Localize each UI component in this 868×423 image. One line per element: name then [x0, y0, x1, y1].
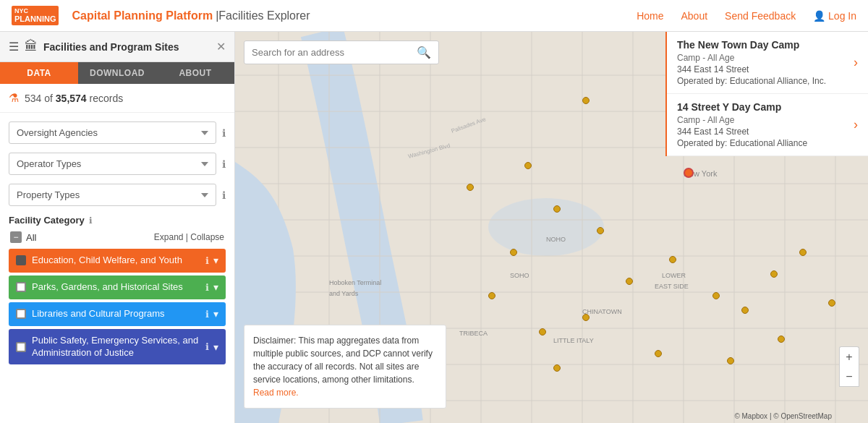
map-marker[interactable]	[553, 364, 561, 372]
category-item-public-safety[interactable]: Public Safety, Emergency Services, and A…	[9, 329, 226, 365]
info-card-1[interactable]: The New Town Day Camp Camp - All Age 344…	[667, 32, 868, 94]
nav-about[interactable]: About	[681, 10, 708, 22]
public-safety-chevron-icon[interactable]: ▾	[213, 341, 218, 353]
property-info-icon[interactable]: ℹ	[222, 189, 226, 201]
category-item-right: ℹ ▾	[205, 281, 218, 293]
info-card-content-1: The New Town Day Camp Camp - All Age 344…	[677, 39, 848, 86]
svg-text:LOWER: LOWER	[662, 272, 686, 279]
main-nav: Home About Send Feedback 👤 Log In	[637, 10, 856, 22]
operator-filter-row: Operator Types ℹ	[9, 153, 226, 175]
sidebar-tabs: DATA DOWNLOAD ABOUT	[0, 62, 234, 84]
nav-home[interactable]: Home	[637, 10, 663, 22]
filtered-count: 534	[25, 93, 41, 104]
svg-text:LITTLE ITALY: LITTLE ITALY	[553, 337, 594, 344]
parks-checkbox[interactable]	[16, 282, 26, 292]
education-chevron-icon[interactable]: ▾	[213, 255, 218, 266]
public-safety-checkbox[interactable]	[16, 342, 26, 352]
map-marker[interactable]	[553, 205, 561, 213]
category-item-left: Education, Child Welfare, and Youth	[16, 255, 182, 267]
map-marker[interactable]	[727, 357, 734, 364]
svg-text:EAST SIDE: EAST SIDE	[655, 283, 689, 290]
map-area[interactable]: New York NOHO SOHO TRIBECA LITTLE ITALY …	[235, 32, 868, 423]
map-marker[interactable]	[467, 184, 474, 191]
all-label: All	[26, 232, 36, 243]
zoom-out-button[interactable]: −	[839, 367, 859, 387]
oversight-agencies-select[interactable]: Oversight Agencies	[9, 121, 216, 144]
map-marker[interactable]	[582, 314, 590, 321]
main-layout: ☰ 🏛 Facilities and Program Sites ✕ DATA …	[0, 32, 868, 423]
nav-login[interactable]: 👤 Log In	[813, 10, 856, 22]
category-item-parks[interactable]: Parks, Gardens, and Historical Sites ℹ ▾	[9, 275, 226, 299]
public-safety-info-icon[interactable]: ℹ	[205, 341, 209, 352]
search-input[interactable]	[252, 47, 417, 58]
logo-planning: PLANNING	[14, 14, 56, 24]
sidebar-header-left: ☰ 🏛 Facilities and Program Sites	[9, 39, 179, 54]
map-marker[interactable]	[626, 278, 633, 285]
facility-category-info-icon[interactable]: ℹ	[89, 215, 93, 226]
map-marker[interactable]	[488, 292, 495, 299]
libraries-checkbox[interactable]	[16, 309, 26, 319]
map-marker[interactable]	[655, 350, 662, 357]
oversight-info-icon[interactable]: ℹ	[222, 127, 226, 139]
parks-chevron-icon[interactable]: ▾	[213, 281, 218, 293]
tab-about[interactable]: ABOUT	[156, 62, 234, 84]
sidebar-header: ☰ 🏛 Facilities and Program Sites ✕	[0, 32, 234, 62]
libraries-chevron-icon[interactable]: ▾	[213, 308, 218, 320]
logo-box: NYC PLANNING	[12, 6, 59, 26]
education-checkbox[interactable]	[16, 255, 26, 265]
map-marker[interactable]	[741, 307, 749, 314]
of-label: of	[44, 93, 56, 104]
nav-feedback[interactable]: Send Feedback	[725, 10, 796, 22]
libraries-info-icon[interactable]: ℹ	[205, 309, 209, 320]
address-search[interactable]: 🔍	[244, 40, 439, 64]
tab-download[interactable]: DOWNLOAD	[78, 62, 156, 84]
map-marker[interactable]	[582, 97, 590, 104]
expand-collapse-link[interactable]: Expand | Collapse	[154, 232, 224, 242]
parks-info-icon[interactable]: ℹ	[205, 282, 209, 293]
info-card-2[interactable]: 14 Street Y Day Camp Camp - All Age 344 …	[667, 94, 868, 156]
map-marker[interactable]	[597, 227, 604, 234]
map-marker[interactable]	[539, 328, 546, 336]
active-map-marker[interactable]	[684, 168, 694, 178]
map-marker[interactable]	[778, 336, 785, 343]
info-card-2-operated: Operated by: Educational Alliance	[677, 138, 848, 148]
zoom-in-button[interactable]: +	[839, 346, 859, 367]
app-subtitle: Facilities Explorer	[218, 9, 310, 22]
category-item-education[interactable]: Education, Child Welfare, and Youth ℹ ▾	[9, 249, 226, 273]
expand-label: Expand	[154, 232, 184, 242]
map-marker[interactable]	[770, 270, 778, 278]
menu-icon[interactable]: ☰	[9, 40, 19, 54]
info-panel: The New Town Day Camp Camp - All Age 344…	[665, 32, 868, 156]
search-icon[interactable]: 🔍	[417, 46, 431, 59]
disclaimer-read-more-link[interactable]: Read more.	[253, 388, 299, 398]
map-marker[interactable]	[828, 299, 835, 307]
info-card-2-chevron-icon[interactable]: ›	[854, 117, 858, 132]
tab-data[interactable]: DATA	[0, 62, 78, 84]
operator-info-icon[interactable]: ℹ	[222, 158, 226, 170]
property-types-select[interactable]: Property Types	[9, 184, 216, 206]
education-info-icon[interactable]: ℹ	[205, 255, 209, 266]
map-attribution: © Mapbox | © OpenStreetMap	[734, 412, 832, 420]
info-card-2-title: 14 Street Y Day Camp	[677, 101, 848, 113]
records-text: 534 of 35,574 records	[25, 93, 123, 104]
app-header: NYC PLANNING Capital Planning Platform |…	[0, 0, 868, 32]
disclaimer-text: Disclaimer: This map aggregates data fro…	[253, 336, 433, 385]
map-marker[interactable]	[510, 249, 517, 256]
building-icon: 🏛	[25, 39, 38, 54]
sidebar: ☰ 🏛 Facilities and Program Sites ✕ DATA …	[0, 32, 235, 423]
category-item-libraries[interactable]: Libraries and Cultural Programs ℹ ▾	[9, 302, 226, 326]
map-marker[interactable]	[799, 249, 807, 256]
info-card-1-chevron-icon[interactable]: ›	[854, 55, 858, 70]
map-marker[interactable]	[669, 256, 676, 263]
property-filter-row: Property Types ℹ	[9, 184, 226, 206]
sidebar-title: Facilities and Program Sites	[43, 41, 179, 53]
all-minus-button[interactable]: −	[10, 231, 22, 243]
sidebar-close-button[interactable]: ✕	[216, 40, 226, 54]
map-marker[interactable]	[712, 292, 720, 299]
operator-types-select[interactable]: Operator Types	[9, 153, 216, 175]
facility-all-row: − All Expand | Collapse	[9, 231, 226, 243]
facility-category-section: Facility Category ℹ − All Expand | Colla…	[0, 215, 234, 370]
libraries-label: Libraries and Cultural Programs	[32, 308, 165, 320]
map-marker[interactable]	[524, 162, 532, 169]
filters-section: Oversight Agencies ℹ Operator Types ℹ Pr…	[0, 113, 234, 215]
